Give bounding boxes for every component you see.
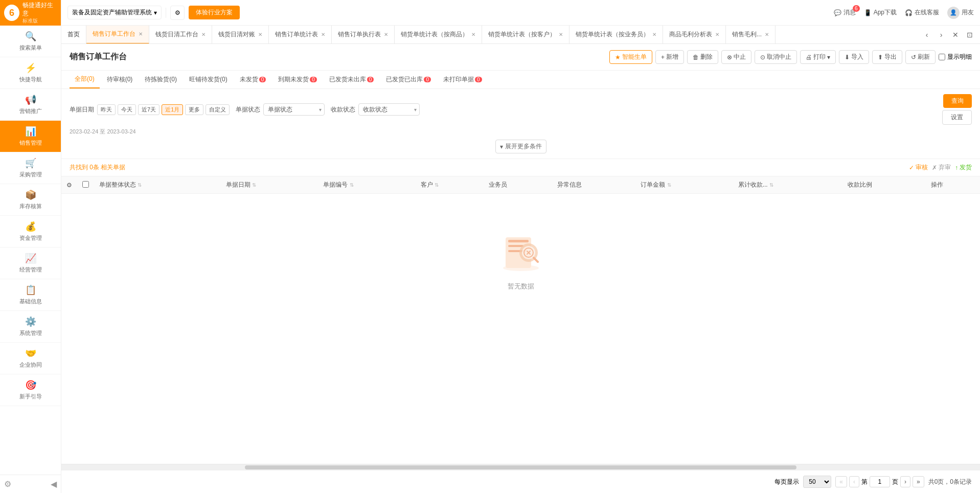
sub-tab-shipped-out[interactable]: 已发货已出库0 xyxy=(381,71,436,88)
collapse-icon[interactable]: ◀ xyxy=(51,479,57,489)
sub-tab-pending-check[interactable]: 待拣验货(0) xyxy=(140,71,182,88)
sidebar-item-sales[interactable]: 📊 销售管理 xyxy=(0,121,61,152)
page-nav: « ‹ 第 页 › » xyxy=(835,476,924,487)
close-icon[interactable]: ✕ xyxy=(715,32,719,37)
current-page-input[interactable] xyxy=(870,476,890,487)
query-btn[interactable]: 查询 xyxy=(943,94,972,108)
sub-tab-shipped-not-out[interactable]: 已发货未出库0 xyxy=(324,71,379,88)
close-icon[interactable]: ✕ xyxy=(321,32,325,37)
last-page-btn[interactable]: » xyxy=(913,476,924,487)
first-page-btn[interactable]: « xyxy=(835,476,847,487)
sub-tab-all[interactable]: 全部(0) xyxy=(70,71,100,88)
sub-tab-unprinted[interactable]: 未打印单据0 xyxy=(438,71,487,88)
sub-tab-unshipped[interactable]: 未发货0 xyxy=(235,71,271,88)
sidebar-item-inventory[interactable]: 📦 库存核算 xyxy=(0,184,61,216)
gear-button[interactable]: ⚙ xyxy=(170,6,185,20)
svg-rect-3 xyxy=(508,245,523,247)
export-btn[interactable]: ⬆ 导出 xyxy=(872,50,902,64)
shipped-out-badge: 0 xyxy=(424,77,431,82)
system-selector[interactable]: 装备及固定资产辅助管理系统 ▾ xyxy=(67,6,162,19)
stop-btn[interactable]: ⊗ 中止 xyxy=(721,50,751,64)
sidebar-item-search[interactable]: 🔍 搜索菜单 xyxy=(0,26,61,57)
status-select[interactable]: 单据状态 xyxy=(263,103,325,116)
audit-btn[interactable]: ✓ 审核 xyxy=(909,163,928,172)
tabs-scroll-right[interactable]: › xyxy=(935,29,947,41)
sidebar-item-collab[interactable]: 🤝 企业协同 xyxy=(0,343,61,374)
show-detail-checkbox[interactable] xyxy=(939,54,945,60)
scrollbar-thumb[interactable] xyxy=(245,465,796,469)
tab-cash-daily[interactable]: 钱货日清工作台 ✕ xyxy=(149,26,212,44)
smart-create-btn[interactable]: ★ 智能生单 xyxy=(609,50,652,64)
close-icon[interactable]: ✕ xyxy=(139,31,143,37)
tab-cash-reconcile[interactable]: 钱货日清对账 ✕ xyxy=(212,26,269,44)
filter-area: 单据日期 昨天 今天 近7天 近1月 更多 自定义 单据状态 单据状态 xyxy=(61,89,980,159)
sidebar-item-operations[interactable]: 📈 经营管理 xyxy=(0,248,61,279)
tab-sales-by-customer[interactable]: 销货单统计表（按客户） ✕ xyxy=(482,26,569,44)
prev-page-btn[interactable]: ‹ xyxy=(849,476,859,487)
online-service-item[interactable]: 🎧 在线客服 xyxy=(905,8,939,17)
tab-sales-exec[interactable]: 销售订单执行表 ✕ xyxy=(332,26,395,44)
avatar: 👤 xyxy=(947,7,960,19)
tab-home[interactable]: 首页 xyxy=(61,26,86,44)
tab-sales-by-product[interactable]: 销货单统计表（按商品） ✕ xyxy=(395,26,482,44)
tab-sales-by-staff[interactable]: 销货单统计表（按业务员） ✕ xyxy=(569,26,663,44)
tab-gross-margin[interactable]: 商品毛利分析表 ✕ xyxy=(663,26,726,44)
page-label: 第 xyxy=(861,478,868,486)
add-btn[interactable]: + 新增 xyxy=(655,50,684,64)
ship-btn[interactable]: ↑ 发货 xyxy=(955,163,972,172)
sidebar-item-guide[interactable]: 🎯 新手引导 xyxy=(0,374,61,406)
date-btn-today[interactable]: 今天 xyxy=(118,104,136,115)
close-icon[interactable]: ✕ xyxy=(384,32,388,37)
close-icon[interactable]: ✕ xyxy=(471,32,475,37)
settings-icon[interactable]: ⚙ xyxy=(4,479,11,489)
status-filter: 单据状态 单据状态 xyxy=(236,103,325,116)
sidebar-item-basic-info[interactable]: 📋 基础信息 xyxy=(0,279,61,311)
sidebar-item-purchase[interactable]: 🛒 采购管理 xyxy=(0,152,61,184)
import-btn[interactable]: ⬇ 导入 xyxy=(839,50,869,64)
tabs-maximize[interactable]: ⊡ xyxy=(964,29,976,41)
cancel-audit-btn[interactable]: ✗ 弃审 xyxy=(932,163,951,172)
refresh-btn[interactable]: ↺ 刷新 xyxy=(905,50,936,64)
date-btn-1month[interactable]: 近1月 xyxy=(162,104,183,115)
tabs-scroll-left[interactable]: ‹ xyxy=(921,29,933,41)
date-display-row: 2023-02-24 至 2023-03-24 xyxy=(70,128,972,136)
sidebar-item-finance[interactable]: 💰 资金管理 xyxy=(0,216,61,248)
print-btn[interactable]: 🖨 打印 ▾ xyxy=(800,50,836,64)
sub-tab-wangpu[interactable]: 旺铺待发货(0) xyxy=(184,71,233,88)
expand-btn[interactable]: ▾ 展开更多条件 xyxy=(495,140,546,153)
delete-btn[interactable]: 🗑 删除 xyxy=(687,50,718,64)
close-icon[interactable]: ✕ xyxy=(765,32,769,37)
sort-icon: ⇅ xyxy=(667,182,671,188)
close-icon[interactable]: ✕ xyxy=(201,32,206,37)
close-icon[interactable]: ✕ xyxy=(258,32,262,37)
page-size-select[interactable]: 50 10 20 100 xyxy=(803,476,831,488)
tab-sales-gross[interactable]: 销售毛利... ✕ xyxy=(726,26,776,44)
message-item[interactable]: 💬 消息 6 xyxy=(834,8,856,17)
date-btn-7days[interactable]: 近7天 xyxy=(138,104,159,115)
cancel-stop-btn[interactable]: ⊙ 取消中止 xyxy=(755,50,797,64)
next-page-btn[interactable]: › xyxy=(900,476,910,487)
expand-row: ▾ 展开更多条件 xyxy=(70,140,972,153)
sidebar-item-system[interactable]: ⚙️ 系统管理 xyxy=(0,311,61,343)
date-btn-custom[interactable]: 自定义 xyxy=(206,104,230,115)
user-menu[interactable]: 👤 用友 xyxy=(947,7,974,19)
close-icon[interactable]: ✕ xyxy=(652,32,656,37)
industry-btn[interactable]: 体验行业方案 xyxy=(189,6,240,19)
select-all-checkbox[interactable] xyxy=(82,181,89,188)
tabs-close-all[interactable]: ✕ xyxy=(949,29,962,41)
setting-btn[interactable]: 设置 xyxy=(942,110,972,125)
tab-sales-stats[interactable]: 销售订单统计表 ✕ xyxy=(269,26,332,44)
sub-tab-pending-audit[interactable]: 待审核(0) xyxy=(102,71,138,88)
date-btn-more[interactable]: 更多 xyxy=(185,104,203,115)
empty-text: 暂无数据 xyxy=(508,282,534,291)
sub-tab-overdue-unshipped[interactable]: 到期未发货0 xyxy=(273,71,322,88)
tab-sales-order-workbench[interactable]: 销售订单工作台 ✕ xyxy=(86,26,149,44)
sidebar-item-quicknav[interactable]: ⚡ 快捷导航 xyxy=(0,57,61,89)
app-download-item[interactable]: 📱 App下载 xyxy=(864,8,897,17)
date-btn-yesterday[interactable]: 昨天 xyxy=(97,104,116,115)
close-icon[interactable]: ✕ xyxy=(559,32,563,37)
sidebar-item-marketing[interactable]: 📢 营销推广 xyxy=(0,89,61,121)
horizontal-scrollbar[interactable] xyxy=(61,464,980,470)
show-detail-label[interactable]: 显示明细 xyxy=(939,53,972,61)
collection-select[interactable]: 收款状态 xyxy=(358,103,420,116)
